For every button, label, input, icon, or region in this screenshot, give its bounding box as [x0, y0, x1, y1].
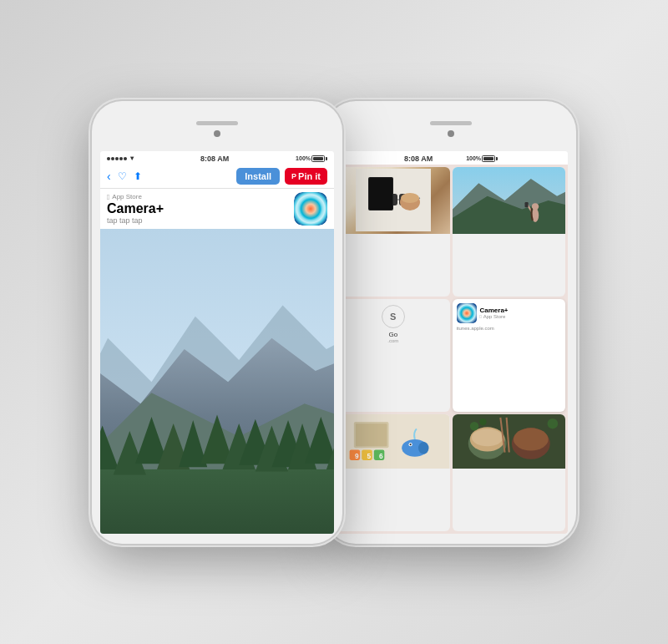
screen-right: 8:08 AM 100%	[334, 151, 568, 534]
mountain-svg	[100, 229, 334, 534]
status-left-left: ▾	[107, 155, 134, 162]
phone-right: 8:08 AM 100%	[326, 101, 576, 544]
svg-point-46	[531, 203, 538, 210]
pinit-button[interactable]: P Pin it	[285, 168, 327, 185]
pinterest-content: S Go .com Camera+ 	[334, 165, 568, 534]
pin-studio-card[interactable]: 9 5 6	[337, 414, 450, 531]
pin-go-content: S Go .com	[337, 299, 450, 349]
apple-logo-icon: 	[107, 193, 109, 201]
svg-text:9: 9	[355, 451, 359, 459]
app-name-left: Camera+	[107, 201, 164, 216]
pin-app-name: Camera+	[480, 307, 509, 314]
phone-top-left	[92, 101, 342, 151]
screen-left: ▾ 8:08 AM 100% ‹ ♡ ⬆ Install	[100, 151, 334, 534]
svg-point-57	[418, 442, 429, 454]
pin-app-url: itunes.apple.com	[457, 326, 562, 331]
pin-coffee-image	[337, 167, 450, 234]
back-button[interactable]: ‹	[107, 170, 111, 183]
svg-point-39	[401, 193, 419, 203]
status-bar-right: 8:08 AM 100%	[334, 151, 568, 165]
phone-top-right	[326, 101, 576, 151]
apple-small-icon: 	[480, 314, 482, 319]
s-badge: S	[382, 305, 405, 328]
camera-app-icon	[294, 192, 327, 226]
speaker-right	[430, 121, 472, 125]
speaker-left	[196, 121, 238, 125]
camera-left	[214, 130, 220, 137]
pin-app-icon	[457, 303, 477, 323]
pin-food-image	[453, 414, 566, 469]
phone-left: ▾ 8:08 AM 100% ‹ ♡ ⬆ Install	[92, 101, 342, 544]
pinterest-grid: S Go .com Camera+ 	[334, 165, 568, 534]
signal-left	[107, 157, 127, 160]
pinit-label: Pin it	[298, 171, 321, 181]
battery-left: 100%	[296, 155, 327, 162]
svg-rect-45	[524, 202, 528, 207]
go-text: Go	[388, 331, 397, 338]
app-icon-left	[294, 192, 327, 226]
svg-rect-49	[356, 423, 387, 446]
pin-studio-image: 9 5 6	[337, 414, 450, 469]
pin-mountains-card[interactable]	[453, 167, 566, 297]
svg-point-66	[469, 422, 478, 430]
camera-right	[448, 130, 454, 137]
svg-rect-4	[100, 469, 334, 533]
battery-pct-left: 100%	[296, 155, 311, 161]
install-button[interactable]: Install	[236, 168, 280, 185]
status-bar-left: ▾ 8:08 AM 100%	[100, 151, 334, 165]
svg-rect-37	[369, 178, 392, 210]
svg-point-65	[513, 428, 548, 450]
svg-point-63	[471, 428, 503, 446]
app-info-bar:  App Store Camera+ tap tap tap	[100, 189, 334, 229]
svg-point-68	[547, 418, 558, 428]
svg-rect-47	[337, 414, 450, 469]
pin-app-header: Camera+  App Store	[457, 303, 562, 323]
battery-right: 100%	[466, 155, 498, 162]
svg-point-67	[479, 418, 486, 424]
pin-food-card[interactable]	[453, 414, 566, 531]
share-button[interactable]: ⬆	[134, 170, 142, 182]
svg-point-59	[410, 444, 412, 445]
battery-pct-right: 100%	[466, 155, 481, 161]
app-store-label:  App Store	[107, 193, 164, 201]
nav-left-group: ‹ ♡ ⬆	[107, 170, 142, 183]
svg-text:6: 6	[379, 451, 383, 459]
app-subtitle: tap tap tap	[107, 216, 164, 225]
wifi-icon-left: ▾	[130, 155, 134, 162]
studio-svg: 9 5 6	[337, 414, 450, 469]
pin-app-source:  App Store	[480, 314, 509, 319]
mountains-small-svg	[453, 167, 566, 234]
app-info-left:  App Store Camera+ tap tap tap	[107, 193, 164, 225]
pin-mountains-image	[453, 167, 566, 234]
time-right: 8:08 AM	[404, 155, 433, 163]
pin-coffee-card[interactable]	[337, 167, 450, 297]
svg-text:5: 5	[367, 451, 371, 459]
time-left: 8:08 AM	[200, 155, 229, 163]
screenshot-mountain	[100, 229, 334, 534]
heart-button[interactable]: ♡	[118, 170, 127, 182]
nav-bar-left: ‹ ♡ ⬆ Install P Pin it	[100, 165, 334, 189]
coffee-svg	[356, 169, 431, 231]
nav-right-group: Install P Pin it	[236, 168, 327, 185]
pinit-icon: P	[291, 172, 296, 180]
go-url: .com	[387, 338, 398, 343]
pin-go-card[interactable]: S Go .com	[337, 299, 450, 412]
pin-app-card[interactable]: Camera+  App Store itunes.apple.com	[453, 299, 566, 412]
food-svg	[453, 414, 566, 469]
scene: ▾ 8:08 AM 100% ‹ ♡ ⬆ Install	[0, 0, 668, 644]
app-store-text: App Store	[112, 193, 142, 200]
pin-app-info: Camera+  App Store	[480, 307, 509, 319]
